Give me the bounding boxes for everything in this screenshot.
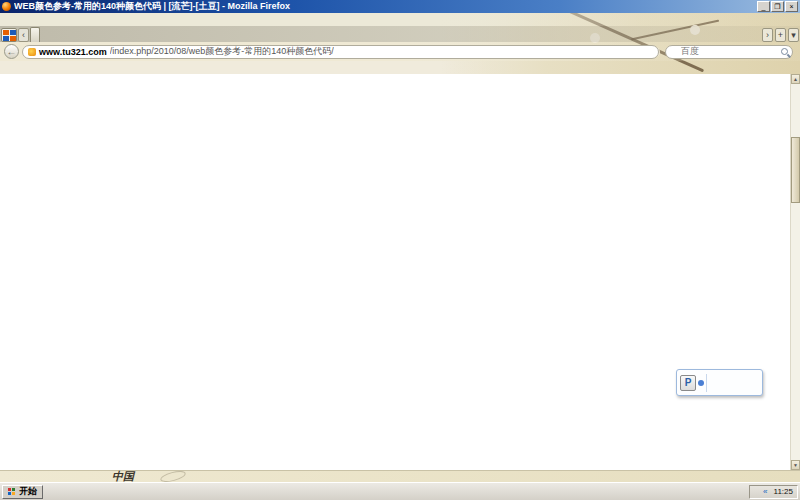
system-tray: « 11:25	[749, 485, 798, 499]
ime-logo-icon[interactable]: P	[680, 375, 696, 391]
ime-toolbar[interactable]: P	[676, 369, 763, 396]
new-tab-button[interactable]: +	[775, 28, 786, 42]
back-button[interactable]: ←	[4, 44, 19, 59]
taskbar-clock: 11:25	[772, 487, 793, 496]
ime-state-icon[interactable]	[698, 380, 704, 386]
navigation-toolbar: ← www.tu321.com /index.php/2010/08/web颜色…	[0, 42, 800, 61]
close-button[interactable]: ×	[785, 1, 798, 12]
tray-collapse-arrow[interactable]: «	[763, 487, 767, 496]
firefox-app-icon	[2, 2, 11, 11]
browser-chrome: ‹ › + ▾ ← www.tu321.com /index.php/2010/…	[0, 13, 800, 74]
scroll-tabs-left-button[interactable]: ‹	[18, 28, 29, 42]
window-title: WEB颜色参考-常用的140种颜色代码 | [流芒]-[土豆] - Mozill…	[14, 0, 754, 13]
search-engine-label: 百度	[681, 45, 778, 58]
scroll-down-arrow[interactable]: ▼	[791, 460, 800, 470]
windows-taskbar: 开始 « 11:25	[0, 482, 800, 500]
status-decoration	[159, 469, 186, 484]
restore-button[interactable]: ❐	[771, 1, 784, 12]
scrollbar-thumb[interactable]	[791, 137, 800, 203]
search-engine-icon[interactable]	[670, 48, 678, 56]
minimize-button[interactable]: _	[757, 1, 770, 12]
menu-bar	[0, 13, 800, 26]
url-path: /index.php/2010/08/web颜色参考-常用的140种颜色代码/	[110, 45, 334, 58]
page-content: ▲ ▼ P	[0, 74, 800, 470]
windows-flag-icon	[8, 488, 16, 496]
tab-bar: ‹ › + ▾	[0, 26, 800, 42]
address-bar[interactable]: www.tu321.com /index.php/2010/08/web颜色参考…	[22, 45, 659, 59]
status-calligraphy-text: 中国	[112, 471, 134, 482]
status-bar: 中国	[0, 470, 800, 482]
list-all-tabs-button[interactable]: ▾	[788, 28, 799, 42]
desktop: WEB颜色参考-常用的140种颜色代码 | [流芒]-[土豆] - Mozill…	[0, 0, 800, 500]
vertical-scrollbar[interactable]: ▲ ▼	[790, 74, 800, 470]
scroll-up-arrow[interactable]: ▲	[791, 74, 800, 84]
search-icon[interactable]	[781, 48, 788, 55]
site-favicon	[28, 48, 36, 56]
window-controls: _ ❐ ×	[757, 1, 798, 12]
window-titlebar: WEB颜色参考-常用的140种颜色代码 | [流芒]-[土豆] - Mozill…	[0, 0, 800, 13]
app-menu-button[interactable]	[1, 28, 17, 42]
tray-app-icon[interactable]	[754, 488, 761, 495]
url-domain: www.tu321.com	[39, 47, 107, 57]
scroll-tabs-right-button[interactable]: ›	[762, 28, 773, 42]
search-input[interactable]: 百度	[665, 45, 793, 59]
start-button[interactable]: 开始	[2, 485, 43, 499]
tab-partial[interactable]	[30, 27, 40, 42]
